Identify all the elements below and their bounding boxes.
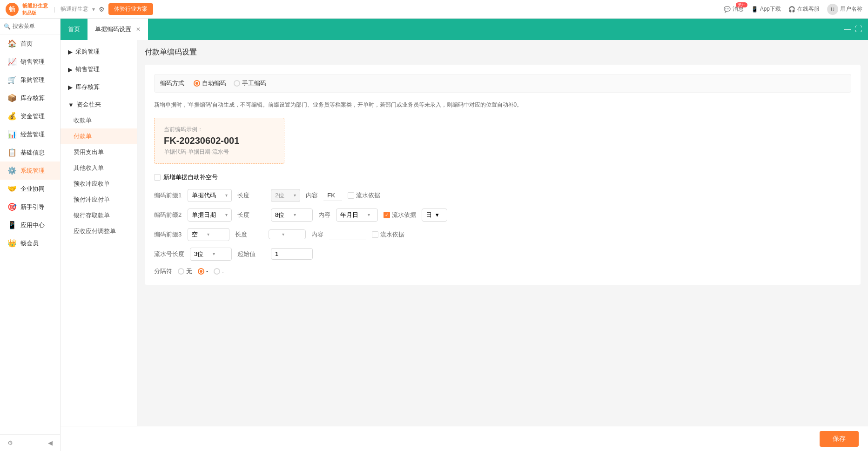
code-preview-value: FK-20230602-001: [164, 135, 275, 146]
sub-item-prepay-pay[interactable]: 预付冲应付单: [61, 192, 137, 208]
tab-home[interactable]: 首页: [61, 19, 87, 40]
sep-dash-radio[interactable]: -: [198, 268, 208, 275]
prefix1-label: 编码前缀1: [154, 191, 182, 200]
prefix3-arrow-icon: ▾: [207, 232, 209, 237]
system-icon: ⚙️: [7, 166, 17, 175]
sub-item-payable-adjust[interactable]: 应收应付调整单: [61, 223, 137, 239]
separator-label: 分隔符: [154, 267, 172, 276]
code-preview-label: 当前编码示例：: [164, 126, 275, 134]
company-label: 畅通好生意: [61, 5, 88, 13]
tab-close-icon[interactable]: ✕: [136, 26, 141, 33]
dropdown-arrow-icon[interactable]: ▾: [92, 6, 95, 13]
sub-group-capital-title[interactable]: ▼ 资金往来: [61, 97, 137, 113]
online-service-link[interactable]: 🎧 在线客服: [788, 5, 820, 13]
home-icon: 🏠: [7, 39, 17, 48]
prefix1-flow-checkbox[interactable]: [348, 192, 354, 199]
sidebar-item-coop[interactable]: 🤝 企业协同: [0, 180, 60, 198]
prefix1-content-value: FK: [323, 190, 342, 201]
sub-group-inventory-title[interactable]: ▶ 库存核算: [61, 79, 137, 95]
settings-gear-icon[interactable]: ⚙: [7, 439, 13, 446]
auto-encode-radio[interactable]: 自动编码: [194, 79, 226, 88]
sidebar-item-apps[interactable]: 📱 应用中心: [0, 216, 60, 234]
avatar: U: [827, 4, 838, 15]
save-button[interactable]: 保存: [820, 431, 859, 447]
sub-group-purchase: ▶ 采购管理: [61, 44, 137, 60]
prefix2-arrow-icon: ▾: [225, 212, 228, 217]
manual-encode-radio[interactable]: 手工编码: [234, 79, 266, 88]
message-badge: 99+: [736, 2, 747, 7]
member-icon: 👑: [7, 239, 17, 248]
minimize-window-button[interactable]: —: [844, 25, 851, 34]
sidebar-item-member[interactable]: 👑 畅会员: [0, 234, 60, 252]
sidebar-item-sales[interactable]: 📈 销售管理: [0, 53, 60, 71]
prefix3-select[interactable]: 空 ▾: [188, 228, 229, 241]
settings-icon[interactable]: ⚙: [99, 6, 105, 13]
prefix3-length-select[interactable]: ▾: [269, 229, 306, 239]
auto-fill-label: 新增单据自动补空号: [163, 173, 218, 182]
prefix3-label: 编码前缀3: [154, 230, 182, 239]
sidebar-item-basic[interactable]: 📋 基础信息: [0, 143, 60, 162]
sidebar-item-inventory[interactable]: 📦 库存核算: [0, 89, 60, 107]
sidebar-item-home[interactable]: 🏠 首页: [0, 34, 60, 53]
operation-icon: 📊: [7, 130, 17, 139]
solution-button[interactable]: 体验行业方案: [108, 3, 153, 15]
sub-group-inventory: ▶ 库存核算: [61, 79, 137, 95]
prefix2-content-arrow-icon: ▾: [368, 212, 370, 217]
serial-length-select[interactable]: 3位 ▾: [190, 248, 232, 261]
sidebar-item-guide[interactable]: 🎯 新手引导: [0, 198, 60, 216]
sidebar-item-system[interactable]: ⚙️ 系统管理: [0, 162, 60, 180]
prefix1-select[interactable]: 单据代码 ▾: [188, 189, 232, 202]
prefix2-day-select[interactable]: 日 ▾: [422, 209, 447, 222]
sub-group-sales-title[interactable]: ▶ 销售管理: [61, 61, 137, 77]
inventory-icon: 📦: [7, 94, 17, 102]
sub-item-prepay-receive[interactable]: 预收冲应收单: [61, 176, 137, 192]
collapse-sidebar-icon[interactable]: ◀: [48, 439, 53, 446]
service-icon: 🎧: [788, 6, 795, 13]
auto-fill-checkbox[interactable]: [154, 174, 161, 181]
prefix1-flow-check: 流水依据: [348, 191, 380, 200]
maximize-window-button[interactable]: ⛶: [855, 25, 862, 34]
sub-group-sales: ▶ 销售管理: [61, 61, 137, 77]
sub-layout: ▶ 采购管理 ▶ 销售管理 ▶ 库存核算: [61, 40, 868, 426]
message-wrapper[interactable]: 💬 消息 99+: [724, 5, 744, 13]
prefix2-select[interactable]: 单据日期 ▾: [188, 209, 232, 222]
prefix1-content-label: 内容: [306, 191, 318, 200]
user-info[interactable]: U 用户名称: [827, 4, 862, 15]
sep-none-radio[interactable]: 无: [178, 267, 192, 276]
app-download-link[interactable]: 📱 App下载: [751, 5, 781, 13]
sub-item-bank-deposit[interactable]: 银行存取款单: [61, 208, 137, 223]
encode-radio-group: 自动编码 手工编码: [194, 79, 266, 88]
sidebar-item-finance[interactable]: 💰 资金管理: [0, 107, 60, 125]
prefix2-flow-checkbox[interactable]: ✓: [384, 212, 390, 218]
prefix1-length-input: 2位 ▾: [271, 189, 300, 202]
guide-icon: 🎯: [7, 202, 17, 211]
main-content: 付款单编码设置 编码方式 自动编码 手工编码: [137, 40, 868, 426]
sub-item-payment[interactable]: 付款单: [61, 128, 137, 144]
prefix2-length-label: 长度: [237, 211, 265, 219]
sub-item-expense[interactable]: 费用支出单: [61, 144, 137, 160]
search-menu-button[interactable]: 🔍 搜索菜单: [0, 19, 60, 34]
encode-method-label: 编码方式: [160, 79, 184, 88]
prefix2-content-select[interactable]: 年月日 ▾: [336, 209, 378, 222]
sidebar-item-operation[interactable]: 📊 经营管理: [0, 125, 60, 143]
message-icon: 💬: [724, 6, 731, 13]
sidebar-footer: ⚙ ◀: [0, 434, 60, 451]
auto-fill-row: 新增单据自动补空号: [154, 173, 851, 182]
sidebar-item-purchase[interactable]: 🛒 采购管理: [0, 71, 60, 89]
sub-group-purchase-title[interactable]: ▶ 采购管理: [61, 44, 137, 60]
sub-item-receipt[interactable]: 收款单: [61, 113, 137, 128]
sales-expand-icon: ▶: [68, 66, 73, 73]
purchase-expand-icon: ▶: [68, 48, 73, 55]
serial-row: 流水号长度 3位 ▾ 起始值: [154, 248, 851, 261]
prefix2-content-label: 内容: [318, 211, 330, 219]
prefix2-length-select[interactable]: 8位 ▾: [271, 209, 313, 222]
sep-dot-radio[interactable]: .: [214, 268, 224, 275]
content-area: 首页 单据编码设置 ✕ — ⛶ ▶ 采购管理: [61, 19, 868, 451]
tab-encoding[interactable]: 单据编码设置 ✕: [87, 19, 148, 40]
prefix3-flow-checkbox[interactable]: [372, 231, 378, 238]
sub-item-other-income[interactable]: 其他收入单: [61, 160, 137, 176]
prefix3-flow-check: 流水依据: [372, 230, 404, 239]
day-arrow-icon: ▾: [436, 211, 439, 218]
start-value-label: 起始值: [237, 250, 265, 258]
start-value-input[interactable]: [271, 248, 313, 260]
